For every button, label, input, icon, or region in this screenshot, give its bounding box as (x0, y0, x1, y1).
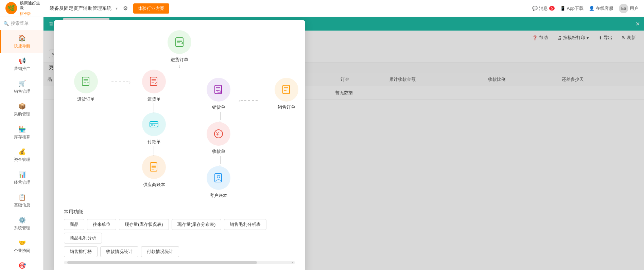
sales-bill-circle (207, 78, 230, 102)
modal-scrollbar[interactable]: › (64, 261, 295, 264)
message-icon: 💬 (532, 6, 538, 11)
modal-overlay: 进货订单 ↓ (43, 17, 644, 270)
user-area[interactable]: Ea 用户 (619, 4, 639, 13)
sidebar-item-system[interactable]: ⚙️ 系统管理 (0, 212, 43, 235)
func-btn-partners[interactable]: 往来单位 (87, 219, 116, 230)
sidebar-item-purchase[interactable]: 📦 采购管理 (0, 98, 43, 121)
v-arrow-sales: ↓ (219, 112, 222, 120)
func-btn-sales-profit[interactable]: 销售毛利分析表 (224, 219, 266, 230)
sidebar-search-text: 搜索菜单 (11, 20, 29, 26)
sales-icon: 🛒 (18, 80, 26, 87)
home-icon: 🏠 (18, 34, 26, 42)
sidebar-item-operation[interactable]: 📊 经营管理 (0, 167, 43, 190)
top-right-area: 💬 消息 5 📱 App下载 👤 在线客服 Ea 用户 (532, 4, 639, 13)
message-btn[interactable]: 💬 消息 5 (532, 5, 555, 12)
purchase-order-icon (168, 30, 191, 54)
sidebar-item-inventory[interactable]: 🏪 库存核算 (0, 121, 43, 144)
svg-text:¥: ¥ (153, 124, 155, 127)
func-btn-goods-profit[interactable]: 商品毛利分析 (64, 233, 102, 244)
func-buttons-row1: 商品 往来单位 现存量(库存状况表) 现存量(库存分布表) 销售毛利分析表 商品… (64, 219, 295, 244)
fn-purchase-order[interactable]: 进货订单 (64, 70, 108, 102)
svg-point-34 (217, 175, 220, 178)
svg-rect-27 (283, 85, 290, 94)
fn-sales-bill[interactable]: 销货单 (196, 78, 241, 110)
func-btn-payment-stats[interactable]: 付款情况统计 (141, 246, 179, 257)
system-title: 装备及固定资产辅助管理系统 (50, 5, 111, 12)
scroll-right-btn[interactable]: › (290, 261, 295, 264)
flow-node-purchase-order[interactable]: 进货订单 (157, 30, 202, 63)
fn-purchase-bill[interactable]: ✓ 进货单 (132, 70, 176, 102)
receipt-bill-circle: ¥ (207, 122, 230, 146)
svg-rect-4 (82, 77, 89, 86)
guide-icon: 🎯 (18, 262, 26, 269)
svg-text:¥: ¥ (216, 131, 219, 137)
logo-area: 🌿 畅康通好生意 标准版 (5, 1, 43, 16)
supplier-book-circle (142, 155, 166, 179)
fn-customer-book[interactable]: 客户账本 (196, 166, 241, 199)
app-icon: 📱 (560, 6, 565, 11)
svg-rect-0 (176, 38, 183, 47)
svg-text:✓: ✓ (155, 81, 157, 85)
system-icon: ⚙️ (18, 216, 26, 224)
user-avatar: Ea (619, 4, 628, 13)
payment-bill-circle: ¥ (142, 112, 166, 136)
right-flow: 销货单 ‹ 销售订单 (196, 78, 312, 203)
fn-sales-order[interactable]: 销售订单 (264, 78, 309, 110)
sidebar-item-guide[interactable]: 🎯 新手引导 (0, 258, 43, 270)
purchase-icon: 📦 (18, 103, 26, 110)
arrow-down-1: ↓ (178, 64, 181, 69)
message-badge: 5 (549, 6, 555, 11)
content-area: 首页 销售订单执行表 × ✕ ❓ 帮助 🖨 按模板打印 ▾ (43, 17, 644, 270)
sidebar-item-enterprise[interactable]: 🤝 企业协同 (0, 235, 43, 258)
func-buttons-row2: 销售排行榜 收款情况统计 付款情况统计 (64, 246, 295, 257)
enterprise-icon: 🤝 (18, 239, 26, 247)
arrow-right-1: › (111, 82, 128, 90)
sidebar-item-sales[interactable]: 🛒 销售管理 (0, 76, 43, 98)
func-btn-sales-rank[interactable]: 销售排行榜 (64, 246, 98, 257)
trial-button[interactable]: 体验行业方案 (133, 3, 169, 14)
operation-icon: 📊 (18, 171, 26, 178)
sidebar-item-quick-nav[interactable]: 🏠 快捷导航 (0, 30, 43, 53)
v-arrow-2: ↓ (154, 103, 154, 111)
func-btn-receipt-stats[interactable]: 收款情况统计 (100, 246, 138, 257)
marketing-icon: 📢 (18, 57, 26, 65)
svg-rect-15 (151, 124, 153, 126)
sidebar-item-marketing[interactable]: 📢 营销推广 (0, 53, 43, 76)
inventory-icon: 🏪 (18, 125, 26, 133)
svg-rect-26 (218, 91, 221, 93)
v-arrow-4: ↓ (154, 146, 154, 154)
online-service-btn[interactable]: 👤 在线客服 (589, 5, 613, 12)
sidebar-item-basic[interactable]: 📋 基础信息 (0, 190, 43, 212)
common-functions-title: 常用功能 (64, 209, 295, 215)
logo-text: 畅康通好生意 标准版 (20, 1, 43, 16)
sidebar: 🔍 搜索菜单 🏠 快捷导航 📢 营销推广 🛒 销售管理 📦 采购管理 🏪 (0, 17, 43, 270)
sidebar-item-finance[interactable]: 💰 资金管理 (0, 144, 43, 167)
purchase-order-circle (74, 70, 98, 93)
fn-receipt-bill[interactable]: ¥ 收款单 (196, 122, 241, 155)
sidebar-search[interactable]: 🔍 搜索菜单 (0, 17, 43, 30)
v-arrow-receipt: ↓ (219, 156, 222, 164)
common-functions: 常用功能 商品 往来单位 现存量(库存状况表) 现存量(库存分布表) 销售毛利分… (64, 209, 295, 257)
app-download-btn[interactable]: 📱 App下载 (560, 5, 584, 12)
arrow-left-1: ‹ (241, 100, 264, 110)
logo-icon: 🌿 (5, 2, 17, 14)
flow-diagram: 进货订单 ↓ (64, 30, 295, 70)
fn-supplier-book[interactable]: 供应商账本 (132, 155, 176, 188)
search-icon: 🔍 (3, 21, 9, 26)
settings-icon[interactable]: ⚙ (122, 4, 129, 13)
purchase-bill-circle: ✓ (142, 70, 166, 93)
quick-nav-modal: 进货订单 ↓ (54, 20, 305, 270)
system-dropdown-icon[interactable]: ▾ (116, 6, 118, 11)
scroll-thumb (67, 261, 257, 264)
basic-icon: 📋 (18, 194, 26, 201)
func-btn-goods[interactable]: 商品 (64, 219, 84, 230)
sales-order-circle (275, 78, 298, 102)
customer-book-circle (207, 166, 230, 190)
func-btn-stock-dist[interactable]: 现存量(库存分布表) (172, 219, 222, 230)
service-icon: 👤 (589, 6, 594, 11)
finance-icon: 💰 (18, 148, 26, 156)
fn-payment-bill[interactable]: ¥ 付款单 (132, 112, 176, 145)
svg-rect-17 (150, 163, 157, 171)
func-btn-stock-status[interactable]: 现存量(库存状况表) (119, 219, 169, 230)
